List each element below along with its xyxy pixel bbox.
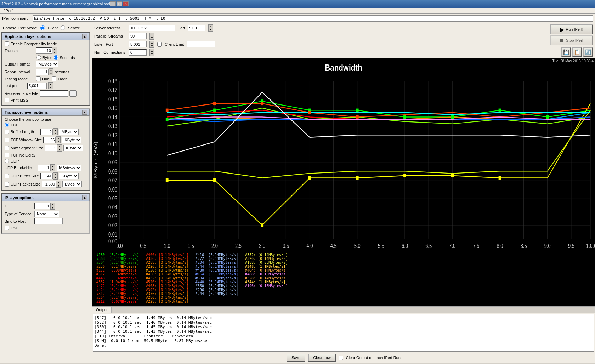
legend-col-1: #180: [0.14MBytes/s] #368: [0.14MBytes/s… (96, 253, 146, 303)
udp-bw-unit[interactable]: MBytes/secKBytes/sec (57, 165, 81, 171)
tcp-nodelay-check[interactable] (5, 153, 9, 157)
client-limit-input[interactable] (187, 41, 215, 47)
run-iperf-button[interactable]: ▶ Run IPerf! (550, 24, 593, 34)
legend-item: #552: [1.94MBytes/s] (96, 280, 146, 284)
transmit-up[interactable]: ▲ (52, 47, 57, 51)
maximize-button[interactable]: □ (117, 1, 122, 6)
num-connections-input[interactable] (129, 49, 147, 56)
ip-collapse[interactable]: ▲ (82, 195, 87, 200)
buffer-length-input[interactable] (40, 129, 53, 135)
tcp-window-input[interactable] (43, 137, 56, 143)
transmit-spin[interactable]: ▲ ▼ (36, 47, 57, 54)
svg-rect-96 (356, 176, 359, 180)
stop-iperf-button[interactable]: ⏹ Stop IPerf! (550, 35, 593, 45)
trade-check[interactable] (52, 76, 56, 81)
ipv6-check[interactable] (5, 226, 9, 230)
legend-item: #304: [0.14MBytes/s] (96, 261, 146, 265)
svg-text:Bandwidth: Bandwidth (325, 63, 362, 73)
output-tab[interactable]: Output (92, 307, 112, 313)
ttl-input[interactable] (34, 203, 50, 209)
test-port-down[interactable]: ▼ (49, 86, 53, 89)
report-interval-input[interactable] (36, 69, 49, 75)
window-controls: ─ □ ✕ (110, 1, 129, 6)
report-interval-spin[interactable]: ▲ ▼ (36, 68, 53, 75)
udp-packet-input[interactable] (42, 181, 56, 187)
menu-item-jperf[interactable]: JPerf (1, 8, 15, 13)
legend-item: #480: [0.14MBytes/s] (196, 268, 245, 272)
tcp-window-unit[interactable]: KBytesMBytes (62, 137, 81, 143)
server-address-input[interactable] (129, 25, 175, 31)
udp-radio[interactable] (5, 159, 9, 163)
transmit-down[interactable]: ▼ (52, 51, 57, 54)
max-segment-check[interactable] (5, 146, 9, 150)
testing-mode-label: Testing Mode (5, 77, 35, 81)
legend-item: #180: [0.14MBytes/s] (96, 253, 146, 257)
udp-buffer-unit[interactable]: KBytesMBytes (59, 173, 79, 179)
buffer-length-check[interactable] (5, 130, 9, 134)
parallel-streams-input[interactable] (129, 33, 147, 39)
udp-buffer-check[interactable] (5, 174, 9, 178)
tcp-radio[interactable] (5, 123, 9, 127)
dual-check[interactable] (36, 76, 41, 81)
server-radio[interactable] (61, 25, 65, 30)
clear-now-button[interactable]: Clear now (308, 354, 336, 362)
svg-rect-103 (308, 111, 311, 114)
client-radio[interactable] (40, 25, 45, 30)
output-text[interactable]: [547] 0.0-10.1 sec 1.49 MBytes 0.14 MByt… (93, 314, 594, 352)
listen-port-input[interactable] (129, 41, 147, 47)
bytes-radio[interactable] (36, 55, 41, 60)
port-input[interactable] (188, 25, 205, 31)
close-button[interactable]: ✕ (123, 1, 129, 6)
udp-packet-check[interactable] (5, 182, 9, 187)
copy-toolbar-button[interactable]: 📋 (572, 47, 582, 57)
tos-select[interactable]: None (34, 211, 59, 217)
report-up[interactable]: ▲ (49, 69, 53, 72)
bind-host-input[interactable] (34, 218, 63, 224)
buffer-unit-select[interactable]: MBytesKBytes (59, 129, 79, 135)
svg-text:9.5: 9.5 (568, 243, 574, 249)
test-port-input[interactable] (27, 83, 47, 89)
svg-text:0.14: 0.14 (108, 114, 117, 121)
legend-item: #164: [0.11MBytes/s] (196, 272, 245, 276)
title-bar: JPerf 2.0.2 - Network performance measur… (0, 0, 595, 8)
tcp-window-check[interactable] (5, 138, 9, 142)
svg-rect-84 (213, 109, 216, 112)
test-port-up[interactable]: ▲ (49, 83, 53, 86)
seconds-radio[interactable] (54, 55, 58, 60)
svg-text:0.01: 0.01 (108, 232, 117, 238)
svg-text:0.13: 0.13 (108, 123, 117, 130)
udp-buffer-input[interactable] (40, 173, 53, 179)
transport-collapse[interactable]: ▲ (82, 110, 87, 115)
save-toolbar-button[interactable]: 💾 (561, 47, 571, 57)
print-mss-check[interactable] (5, 98, 9, 102)
app-layer-collapse[interactable]: ▲ (82, 34, 87, 39)
output-format-select[interactable]: MBytes KBytes Bits (36, 61, 58, 67)
refresh-toolbar-button[interactable]: 🔄 (583, 47, 593, 57)
max-segment-label: Max Segment Size (11, 146, 43, 150)
svg-text:1.0: 1.0 (164, 243, 170, 249)
udp-bw-input[interactable] (38, 165, 50, 171)
max-segment-unit[interactable]: KBytesMBytes (63, 145, 83, 151)
client-limit-check[interactable] (157, 42, 162, 47)
graph-container: Tue, 28 May 2013 10:38:4 Bandwidth (92, 58, 595, 250)
max-segment-input[interactable] (45, 145, 57, 151)
svg-text:3.0: 3.0 (259, 243, 265, 249)
svg-text:MBytes (BW): MBytes (BW) (93, 142, 98, 178)
udp-packet-unit[interactable]: BytesKBytes (62, 181, 82, 187)
report-down[interactable]: ▼ (49, 72, 53, 75)
print-mss-label: Print MSS (11, 98, 28, 102)
save-button[interactable]: Save (287, 354, 305, 362)
svg-text:0.06: 0.06 (108, 186, 117, 193)
trade-label: Trade (58, 77, 68, 81)
transport-layer-header: Transport layer options ▲ (2, 109, 90, 116)
minimize-button[interactable]: ─ (110, 1, 116, 6)
clear-on-run-check[interactable] (339, 356, 343, 360)
rep-file-browse[interactable]: ... (69, 90, 77, 97)
command-input[interactable] (33, 15, 593, 22)
rep-file-input[interactable] (40, 90, 68, 97)
protocol-label: Choose the protocol to use (5, 117, 51, 121)
enable-compat-check[interactable] (5, 41, 9, 46)
svg-rect-104 (356, 115, 359, 119)
legend-item: #432: [0.14MBytes/s] (146, 276, 196, 280)
transmit-input[interactable] (36, 47, 52, 54)
